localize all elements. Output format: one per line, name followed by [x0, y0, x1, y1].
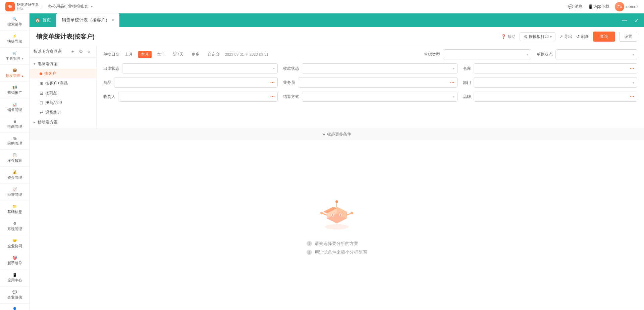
brand-select[interactable]: ···	[474, 92, 637, 102]
export-button[interactable]: ↗ 导出	[559, 34, 572, 40]
sidebar-item-wholesale[interactable]: 📦 批发管理▴	[0, 65, 29, 82]
department-select[interactable]: ▾	[474, 78, 637, 88]
sidebar-item-basic-info[interactable]: 📁 基础信息	[0, 201, 29, 218]
status-input[interactable]	[558, 52, 631, 57]
svg-line-11	[323, 213, 327, 215]
help-button[interactable]: ❓ 帮助	[501, 34, 516, 40]
sidebar-item-retail[interactable]: 🛒 零售管理▾	[0, 48, 29, 64]
sidebar-item-sales[interactable]: 📊 销售管理	[0, 99, 29, 116]
sidebar-item-purchase[interactable]: 🛍 采购管理	[0, 133, 29, 149]
receiver-select[interactable]: ···	[118, 92, 278, 102]
department-dropdown-icon: ▾	[633, 81, 634, 85]
scheme-item-label: 按商品	[45, 90, 57, 96]
brand-input[interactable]	[477, 94, 629, 99]
sidebar-item-member[interactable]: 👤 畅会员	[0, 304, 29, 310]
scheme-collapse-button[interactable]: «	[86, 48, 92, 55]
department-input[interactable]	[477, 80, 631, 85]
scheme-item-customer-goods[interactable]: ⊞ 按客户+商品	[30, 79, 96, 88]
logo-area: 畅 畅捷通好生意 标版	[5, 2, 39, 11]
svg-line-13	[347, 213, 351, 215]
date-btn-lastmonth[interactable]: 上月	[122, 51, 136, 58]
sidebar-item-newbie[interactable]: 🎯 新手引导	[0, 252, 29, 269]
tab-minimize-button[interactable]: —	[620, 15, 629, 25]
type-label: 单据类型	[424, 52, 440, 57]
scheme-add-button[interactable]: +	[69, 48, 76, 55]
scheme-tree: ▾ 电脑端方案 按客户 ⊞ 按客户+商品	[30, 58, 96, 128]
app-download-button[interactable]: 📱 App下载	[588, 4, 609, 9]
query-button[interactable]: 查询	[593, 32, 615, 42]
date-btn-custom[interactable]: 自定义	[205, 51, 222, 58]
page-actions: ❓ 帮助 🖨 按模板打印 ▾ ↗ 导出 ↺ 刷新	[501, 32, 637, 42]
warehouse-select[interactable]: ···	[474, 63, 637, 73]
type-input[interactable]	[446, 52, 525, 57]
goods-icon: ⊟	[40, 91, 43, 96]
scheme-item-goods99[interactable]: ⊟ 按商品99	[30, 98, 96, 108]
receive-status-input[interactable]	[305, 66, 451, 71]
sidebar-item-search[interactable]: 🔍 搜索菜单	[0, 13, 29, 30]
date-btn-7days[interactable]: 近7天	[170, 51, 186, 58]
scheme-group-desktop-header[interactable]: ▾ 电脑端方案	[30, 59, 96, 69]
scheme-item-by-goods[interactable]: ⊟ 按商品	[30, 88, 96, 98]
salesperson-dots[interactable]: ···	[450, 80, 454, 86]
scheme-group-mobile-header[interactable]: ▸ 移动端方案	[30, 117, 96, 127]
salesperson-control: ···	[298, 78, 458, 88]
receiver-dots[interactable]: ···	[270, 94, 275, 100]
sidebar-item-quicknav[interactable]: ⚡ 快捷导航	[0, 31, 29, 47]
tab-home-label: 首页	[42, 17, 51, 23]
salesperson-input[interactable]	[301, 80, 449, 85]
sidebar-item-system[interactable]: ⚙ 系统管理	[0, 218, 29, 235]
sidebar-item-inventory[interactable]: 📋 库存核算	[0, 150, 29, 166]
tab-maximize-button[interactable]: ⤢	[632, 15, 641, 25]
mobile-group-arrow-icon: ▸	[34, 120, 36, 124]
sidebar-item-finance[interactable]: 💰 资金管理	[0, 167, 29, 184]
sidebar-item-app-center[interactable]: 📱 应用中心	[0, 269, 29, 286]
receive-status-dropdown-icon: ▾	[453, 67, 454, 70]
date-btn-thismonth[interactable]: 本月	[138, 51, 152, 58]
tab-home[interactable]: 🏠 首页	[30, 13, 56, 27]
out-status-select[interactable]: ▾	[122, 63, 278, 73]
hint-text-1: 请先选择要分析的方案	[315, 241, 358, 247]
scheme-item-return-stats[interactable]: ↩ 退货统计	[30, 108, 96, 117]
tab-active[interactable]: 销货单统计表（按客户） ×	[56, 13, 119, 27]
date-btn-more[interactable]: 更多	[189, 51, 202, 58]
filter-item-type: 单据类型 ▾	[424, 49, 531, 59]
sidebar-item-operations[interactable]: 📈 经营管理	[0, 184, 29, 201]
breadcrumb-separator: |	[42, 4, 43, 9]
scheme-item-by-customer[interactable]: 按客户	[30, 69, 96, 79]
sidebar-item-collaboration[interactable]: 🤝 企业协同	[0, 235, 29, 252]
warehouse-dots[interactable]: ···	[630, 65, 634, 71]
goods-dots[interactable]: ···	[270, 80, 275, 86]
tab-close-button[interactable]: ×	[112, 18, 114, 22]
user-profile-button[interactable]: Ea demo2	[615, 2, 639, 11]
settle-input[interactable]	[305, 94, 451, 99]
date-btn-thisyear[interactable]: 本年	[154, 51, 168, 58]
warehouse-input[interactable]	[477, 66, 629, 71]
sidebar-item-wechat[interactable]: 💬 企业微信	[0, 287, 29, 303]
settle-dropdown-icon: ▾	[453, 95, 454, 99]
refresh-icon: ↺	[576, 34, 580, 39]
template-print-button[interactable]: 🖨 按模板打印 ▾	[520, 32, 555, 41]
settings-button[interactable]: 设置	[619, 32, 637, 42]
salesperson-select[interactable]: ···	[298, 78, 458, 88]
sidebar-item-marketing[interactable]: 📢 营销推广	[0, 82, 29, 99]
out-status-input[interactable]	[125, 66, 272, 71]
brand-dots[interactable]: ···	[630, 94, 634, 100]
sidebar-item-ecommerce[interactable]: 🖥 电商管理	[0, 116, 29, 133]
settle-select[interactable]: ▾	[302, 92, 458, 102]
scheme-item-label: 按商品99	[45, 100, 62, 106]
search-icon: 🔍	[12, 17, 17, 21]
collapse-bar[interactable]: ∧ 收起更多条件	[30, 129, 644, 140]
goods-input[interactable]	[117, 80, 269, 85]
receive-status-select[interactable]: ▾	[302, 63, 458, 73]
goods-select[interactable]: ···	[114, 78, 278, 88]
warehouse-label: 仓库	[463, 66, 471, 71]
scheme-settings-button[interactable]: ⚙	[77, 48, 84, 55]
receiver-input[interactable]	[121, 94, 269, 99]
status-select[interactable]: ▾	[555, 49, 637, 59]
refresh-button[interactable]: ↺ 刷新	[576, 34, 589, 40]
workspace-dropdown-icon[interactable]: ▾	[91, 4, 93, 9]
filter-item-receive-status: 收款状态 ▾	[283, 63, 458, 73]
message-button[interactable]: 💬 消息	[568, 4, 583, 9]
sidebar-item-label: 应用中心	[7, 278, 22, 283]
type-select[interactable]: ▾	[443, 49, 531, 59]
